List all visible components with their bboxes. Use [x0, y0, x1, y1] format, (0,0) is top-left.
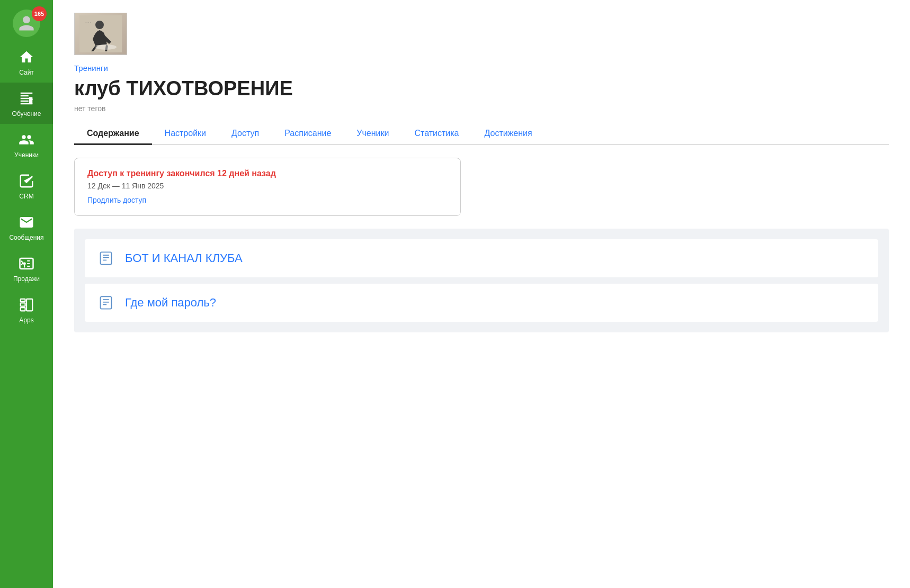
svg-rect-16 — [101, 296, 112, 309]
svg-rect-12 — [101, 252, 112, 264]
main-content: · · · · Тренинги клуб ТИХОТВОРЕНИЕ нет т… — [53, 0, 910, 588]
sidebar: 165 Сайт Обучение Ученики — [0, 0, 53, 588]
tab-schedule[interactable]: Расписание — [272, 123, 344, 144]
tab-students[interactable]: Ученики — [344, 123, 402, 144]
sidebar-label-apps: Apps — [19, 316, 33, 324]
sidebar-label-site: Сайт — [19, 69, 34, 76]
sidebar-item-sales[interactable]: Продажи — [0, 248, 53, 289]
content-item-title-1: БОТ И КАНАЛ КЛУБА — [125, 251, 243, 265]
apps-icon — [17, 295, 36, 314]
course-thumbnail: · · · · — [74, 13, 127, 55]
sidebar-label-sales: Продажи — [13, 275, 40, 283]
sidebar-item-crm[interactable]: CRM — [0, 165, 53, 206]
content-list: БОТ И КАНАЛ КЛУБА Где мой пароль? — [74, 229, 889, 332]
messages-icon — [17, 213, 36, 232]
thumbnail-placeholder: · · · · — [75, 13, 127, 55]
svg-rect-6 — [21, 299, 25, 302]
tab-content[interactable]: Содержание — [74, 123, 152, 145]
svg-rect-4 — [21, 307, 25, 311]
document-icon-1 — [97, 250, 114, 267]
students-icon — [17, 130, 36, 149]
course-header: · · · · — [74, 13, 889, 55]
sidebar-item-learning[interactable]: Обучение — [0, 83, 53, 124]
sidebar-label-students: Ученики — [14, 151, 39, 159]
svg-point-9 — [95, 21, 104, 29]
breadcrumb[interactable]: Тренинги — [74, 64, 889, 73]
sidebar-label-crm: CRM — [19, 193, 33, 200]
svg-text:· · · ·: · · · · — [85, 21, 91, 24]
svg-rect-7 — [26, 299, 32, 311]
content-item-1[interactable]: БОТ И КАНАЛ КЛУБА — [85, 239, 878, 277]
content-item-2[interactable]: Где мой пароль? — [85, 284, 878, 322]
thumbnail-image: · · · · — [79, 15, 122, 52]
tab-access[interactable]: Доступ — [219, 123, 272, 144]
content-item-title-2: Где мой пароль? — [125, 296, 216, 310]
sidebar-avatar-section: 165 — [0, 0, 53, 41]
notification-badge[interactable]: 165 — [32, 6, 47, 21]
sidebar-item-site[interactable]: Сайт — [0, 41, 53, 83]
crm-icon — [17, 171, 36, 191]
alert-title: Доступ к тренингу закончился 12 дней наз… — [87, 169, 448, 178]
tab-stats[interactable]: Статистика — [402, 123, 471, 144]
home-icon — [17, 48, 36, 67]
tab-settings[interactable]: Настройки — [152, 123, 219, 144]
alert-dates: 12 Дек — 11 Янв 2025 — [87, 182, 448, 190]
svg-point-10 — [95, 44, 117, 50]
document-icon-2 — [97, 294, 114, 311]
tabs-bar: Содержание Настройки Доступ Расписание У… — [74, 123, 889, 145]
learning-icon — [17, 89, 36, 108]
sidebar-item-apps[interactable]: Apps — [0, 289, 53, 330]
course-title: клуб ТИХОТВОРЕНИЕ — [74, 77, 889, 101]
sidebar-label-learning: Обучение — [12, 110, 41, 117]
sales-icon — [17, 254, 36, 273]
sidebar-item-students[interactable]: Ученики — [0, 124, 53, 165]
svg-rect-5 — [21, 303, 25, 306]
access-alert: Доступ к тренингу закончился 12 дней наз… — [74, 158, 461, 216]
extend-access-link[interactable]: Продлить доступ — [87, 196, 146, 204]
course-tags: нет тегов — [74, 104, 889, 113]
sidebar-item-messages[interactable]: Сообщения — [0, 206, 53, 248]
sidebar-label-messages: Сообщения — [9, 234, 43, 241]
tab-achievements[interactable]: Достижения — [471, 123, 545, 144]
